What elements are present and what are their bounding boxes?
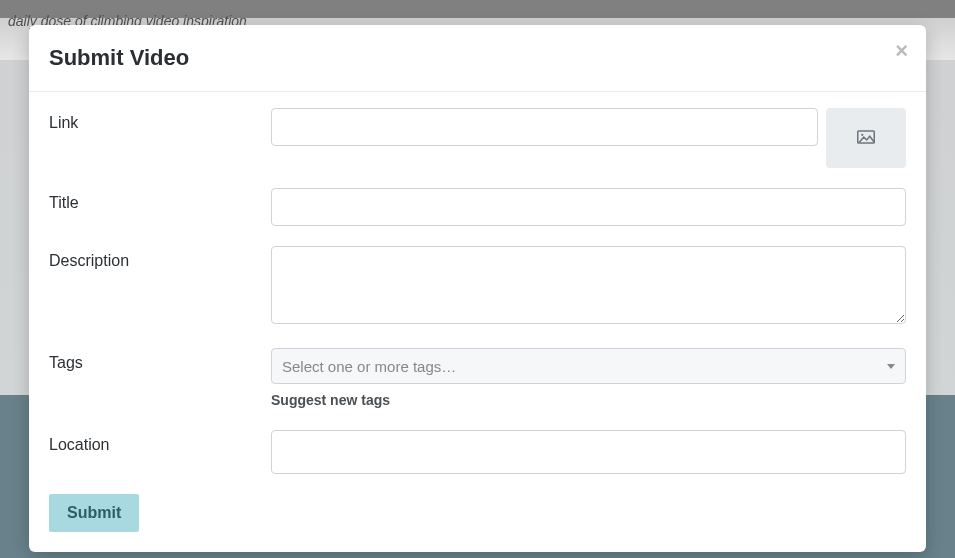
link-input[interactable] bbox=[271, 108, 818, 146]
location-field-wrap bbox=[271, 430, 906, 474]
modal-header: Submit Video × bbox=[29, 25, 926, 92]
row-location: Location bbox=[49, 430, 906, 474]
description-label: Description bbox=[49, 246, 261, 270]
link-label: Link bbox=[49, 108, 261, 132]
tags-field-wrap: Select one or more tags… bbox=[271, 348, 906, 384]
modal-title: Submit Video bbox=[49, 45, 906, 71]
row-link: Link bbox=[49, 108, 906, 168]
location-label: Location bbox=[49, 430, 261, 454]
suggest-spacer bbox=[49, 392, 271, 408]
tags-select[interactable]: Select one or more tags… bbox=[271, 348, 906, 384]
row-description: Description bbox=[49, 246, 906, 328]
row-suggest-tags: Suggest new tags bbox=[49, 392, 906, 408]
svg-point-1 bbox=[861, 133, 863, 135]
title-field-wrap bbox=[271, 188, 906, 226]
row-tags: Tags Select one or more tags… bbox=[49, 348, 906, 384]
row-title: Title bbox=[49, 188, 906, 226]
submit-video-modal: Submit Video × Link Title bbox=[29, 25, 926, 552]
tags-label: Tags bbox=[49, 348, 261, 372]
tags-placeholder: Select one or more tags… bbox=[282, 358, 456, 375]
title-label: Title bbox=[49, 188, 261, 212]
title-input[interactable] bbox=[271, 188, 906, 226]
suggest-tags-link[interactable]: Suggest new tags bbox=[271, 392, 390, 408]
chevron-down-icon bbox=[887, 364, 895, 369]
submit-button[interactable]: Submit bbox=[49, 494, 139, 532]
modal-body: Link Title bbox=[29, 92, 926, 552]
image-icon bbox=[857, 130, 875, 147]
link-field-wrap bbox=[271, 108, 906, 168]
close-button[interactable]: × bbox=[895, 40, 908, 62]
thumbnail-button[interactable] bbox=[826, 108, 906, 168]
location-input[interactable] bbox=[271, 430, 906, 474]
description-input[interactable] bbox=[271, 246, 906, 324]
description-field-wrap bbox=[271, 246, 906, 328]
